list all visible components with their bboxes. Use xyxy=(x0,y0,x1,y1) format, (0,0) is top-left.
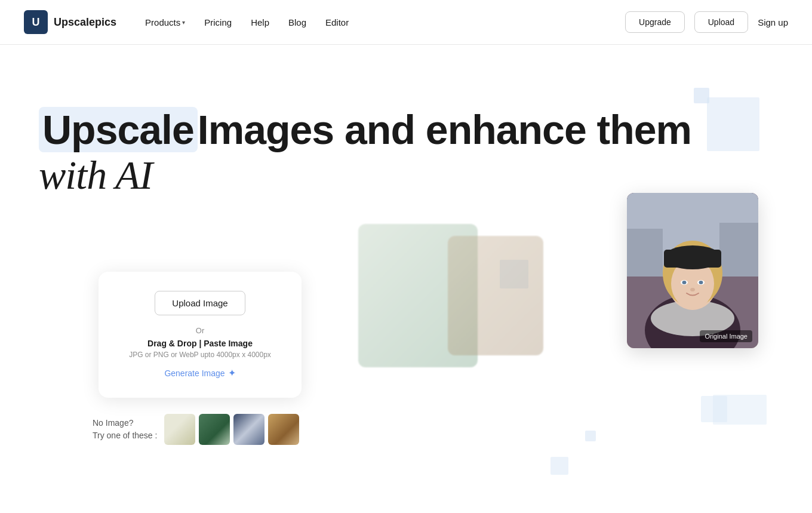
deco-square-5 xyxy=(550,457,568,475)
upload-card: Upload Image Or Drag & Drop | Paste Imag… xyxy=(99,272,302,398)
original-image: Original Image xyxy=(627,193,758,348)
svg-point-15 xyxy=(699,281,703,284)
upload-image-button[interactable]: Upload Image xyxy=(155,291,245,315)
sample-thumb-1[interactable] xyxy=(164,414,195,445)
bg-deco-card-2 xyxy=(448,236,543,355)
sample-thumbs xyxy=(164,414,299,445)
upload-section: Upload Image Or Drag & Drop | Paste Imag… xyxy=(99,272,302,398)
no-image-label: No Image? Try one of these : xyxy=(93,417,157,442)
sample-thumb-2[interactable] xyxy=(199,414,230,445)
nav-help[interactable]: Help xyxy=(244,13,276,32)
hero-title: UpscaleImages and enhance them with AI xyxy=(39,107,691,198)
nav-products[interactable]: Products ▾ xyxy=(138,13,192,32)
navbar-right: Upgrade Upload Sign up xyxy=(625,11,788,33)
deco-square-7 xyxy=(713,395,767,425)
navbar-left: U Upscalepics Products ▾ Pricing Help Bl… xyxy=(24,10,356,34)
nav-pricing[interactable]: Pricing xyxy=(197,13,239,32)
portrait-svg xyxy=(627,193,758,348)
svg-point-16 xyxy=(690,288,695,291)
navbar: U Upscalepics Products ▾ Pricing Help Bl… xyxy=(0,0,812,45)
hero-text: UpscaleImages and enhance them with AI xyxy=(39,107,691,198)
hero-title-highlight: Upscale xyxy=(39,107,198,152)
no-image-section: No Image? Try one of these : xyxy=(93,414,299,445)
logo[interactable]: U Upscalepics xyxy=(24,10,116,34)
hero-title-italic: with AI xyxy=(39,152,152,198)
original-image-wrap: Original Image xyxy=(627,193,758,348)
hero-section: UpscaleImages and enhance them with AI U… xyxy=(0,45,812,513)
sample-thumb-3[interactable] xyxy=(233,414,264,445)
svg-rect-3 xyxy=(719,223,758,277)
svg-rect-2 xyxy=(627,229,663,277)
deco-square-2 xyxy=(707,97,759,151)
drag-drop-text: Drag & Drop | Paste Image xyxy=(115,339,285,348)
sample-thumb-4[interactable] xyxy=(268,414,299,445)
svg-rect-11 xyxy=(664,250,721,268)
deco-square-4 xyxy=(585,431,596,441)
signup-button[interactable]: Sign up xyxy=(758,17,788,27)
nav-editor[interactable]: Editor xyxy=(318,13,356,32)
upload-card-container: Upload Image Or Drag & Drop | Paste Imag… xyxy=(99,272,302,398)
upload-nav-button[interactable]: Upload xyxy=(694,11,748,33)
original-image-label: Original Image xyxy=(700,330,752,342)
upgrade-button[interactable]: Upgrade xyxy=(625,11,685,33)
generate-image-link[interactable]: Generate Image ✦ xyxy=(164,367,235,379)
svg-point-13 xyxy=(682,281,687,284)
or-text: Or xyxy=(115,326,285,335)
nav-links: Products ▾ Pricing Help Blog Editor xyxy=(138,13,356,32)
sparkle-icon: ✦ xyxy=(228,367,236,379)
format-text: JPG or PNG or WebP upto 4000px x 4000px xyxy=(115,351,285,359)
logo-icon: U xyxy=(24,10,48,34)
logo-name: Upscalepics xyxy=(54,16,116,29)
chevron-down-icon: ▾ xyxy=(182,19,185,26)
nav-blog[interactable]: Blog xyxy=(281,13,313,32)
